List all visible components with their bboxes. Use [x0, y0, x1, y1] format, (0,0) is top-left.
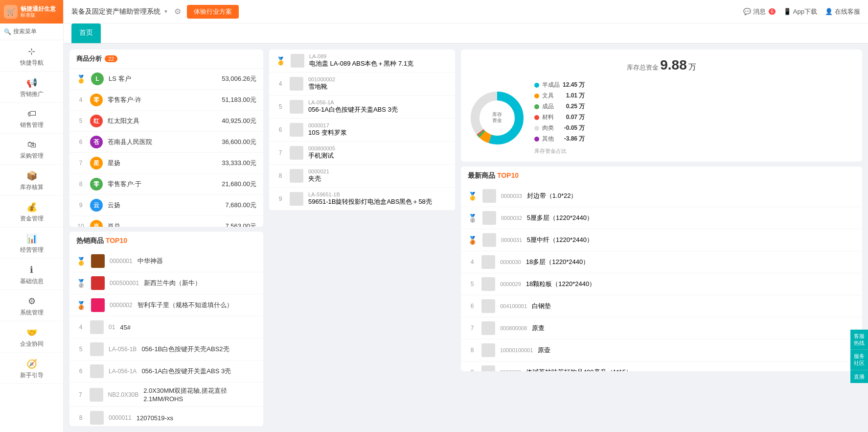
- hot-item[interactable]: 🥇 0000001 中华神器: [69, 250, 263, 272]
- customer-avatar-1: L: [91, 72, 104, 85]
- customer-item[interactable]: 10 肖 肖总 7,563.00元: [69, 216, 263, 227]
- legend-label-stationery: 文具: [542, 92, 563, 100]
- hot-item-m[interactable]: 9 LA-59651-1B 59651-1B旋转投影灯电池盒ABS黑色＋58壳: [269, 188, 455, 210]
- customer-item[interactable]: 9 云 云扬 7,680.00元: [69, 195, 263, 216]
- latest-name-3: 5厘中纤（1220*2440）: [527, 236, 593, 244]
- customer-item[interactable]: 5 红 红太阳文具 40,925.00元: [69, 111, 263, 132]
- customer-item[interactable]: 8 零 零售客户·于 21,680.00元: [69, 174, 263, 195]
- logo-icon: 🛒: [4, 5, 18, 19]
- latest-code-3: 0000031: [501, 237, 522, 243]
- float-btn-service[interactable]: 客服热线: [850, 330, 868, 350]
- hot-item[interactable]: 8 0000011 12070519-xs: [69, 407, 263, 426]
- customer-rank-title: 商品分析: [76, 54, 102, 63]
- sidebar-item-cooperation[interactable]: 🤝 企业协同: [0, 321, 63, 353]
- sidebar-item-basic-info[interactable]: ℹ 基础信息: [0, 259, 63, 290]
- hot-products-card-left: 热销商品 TOP10 🥇 0000001 中华神器 🥈 000500001 新西…: [69, 232, 263, 426]
- latest-item[interactable]: 6 004100001 白钢垫: [461, 295, 862, 317]
- latest-item[interactable]: 9 0000028 体碱荔枝味苏打饮品400毫升（1*15）: [461, 361, 862, 371]
- sidebar-item-inventory[interactable]: 📦 库存核算: [0, 165, 63, 196]
- rank-num-m8: 8: [276, 172, 285, 179]
- latest-code-6: 004100001: [500, 303, 527, 309]
- dropdown-arrow-icon[interactable]: ▼: [163, 9, 168, 14]
- rank-medal-1: 🥇: [76, 74, 86, 84]
- latest-img-9: [481, 365, 495, 371]
- customer-item[interactable]: 4 零 零售客户·许 51,183.00元: [69, 90, 263, 111]
- hot-item[interactable]: 🥈 000500001 新西兰牛肉（新牛）: [69, 272, 263, 294]
- system-name-text: 装备及固定资产辅助管理系统: [71, 7, 160, 16]
- mid-column: 🥇 LA-089 电池盖 LA-089 ABS本色＋黑种 7.1克 4 0010…: [269, 44, 455, 432]
- product-code-1: 0000001: [110, 258, 133, 264]
- customer-name-3: 红太阳文具: [108, 117, 217, 125]
- app-download-button[interactable]: 📱 App下载: [783, 7, 817, 16]
- sidebar-item-sales[interactable]: 🏷 销售管理: [0, 103, 63, 134]
- hot-item-m[interactable]: 5 LA-056-1A 056-1A白色按键开关盖ABS 3壳: [269, 96, 455, 119]
- product-name-2: 新西兰牛肉（新牛）: [144, 279, 201, 288]
- customer-item[interactable]: 🥇 L LS 客户 53,006.26元: [69, 69, 263, 90]
- latest-item[interactable]: 7 000800008 原查: [461, 317, 862, 339]
- legend-label-material: 材料: [542, 113, 563, 121]
- customer-item[interactable]: 7 星 星扬 33,333.00元: [69, 153, 263, 174]
- basic-info-icon: ℹ: [30, 264, 33, 275]
- legend-label-other: 其他: [542, 135, 561, 143]
- inventory-card: 库存总资金 9.88 万: [461, 49, 862, 162]
- tab-home[interactable]: 首页: [71, 24, 101, 43]
- product-code-6: LA-056-1A: [109, 368, 137, 375]
- donut-container: 库存 资金 半成品 12.45 万 文具 1.01 万: [461, 77, 862, 162]
- float-btn-live[interactable]: 直播: [850, 370, 868, 383]
- sidebar-item-marketing[interactable]: 📢 营销推广: [0, 72, 63, 103]
- trial-button[interactable]: 体验行业方案: [187, 5, 239, 19]
- latest-item[interactable]: 5 0000029 18颗粒板（1220*2440）: [461, 273, 862, 295]
- product-code-m7: LA-59651-1B: [308, 192, 448, 197]
- nav-label-marketing: 营销推广: [20, 90, 44, 98]
- legend-val-stationery: 1.01 万: [566, 92, 585, 100]
- sidebar-item-finance[interactable]: 💰 资金管理: [0, 196, 63, 227]
- customer-name-5: 星扬: [108, 159, 217, 168]
- hot-item[interactable]: 4 01 45#: [69, 316, 263, 338]
- hot-item[interactable]: 🥉 0000002 智利车子里（规格不知道填什么）: [69, 294, 263, 316]
- settings-icon[interactable]: ⚙: [174, 7, 181, 16]
- product-img-4: [90, 320, 104, 334]
- hot-item[interactable]: 5 LA-056-1B 056-1B白色按键开关壳ABS2壳: [69, 338, 263, 360]
- customer-item[interactable]: 6 苍 苍南县人民医院 36,600.00元: [69, 132, 263, 153]
- rank-icon-1: 🥇: [76, 257, 86, 266]
- legend-val-meat: -0.05 万: [564, 124, 585, 132]
- hot-item-m[interactable]: 4 001000002 雪地靴: [269, 72, 455, 96]
- latest-img-6: [481, 299, 495, 313]
- sidebar-item-quick-nav[interactable]: ⊹ 快捷导航: [0, 40, 63, 72]
- online-service-button[interactable]: 👤 在线客服: [825, 7, 860, 16]
- latest-img-7: [481, 321, 495, 335]
- rank-num-6: 8: [76, 181, 85, 188]
- legend-item-other: 其他 -3.86 万: [534, 135, 585, 143]
- latest-rank-8: 8: [468, 347, 477, 354]
- sidebar-item-operation[interactable]: 📊 经营管理: [0, 227, 63, 259]
- search-label: 搜索菜单: [13, 27, 37, 36]
- product-code-m4: 0000017: [308, 122, 448, 128]
- latest-item[interactable]: 🥈 0000032 5厘多层（1220*2440）: [461, 207, 862, 229]
- nav-label-cooperation: 企业协同: [20, 340, 44, 348]
- hot-item[interactable]: 6 LA-056-1A 056-1A白色按键开关盖ABS 3壳: [69, 360, 263, 383]
- rank-num-h8: 8: [76, 414, 85, 421]
- sidebar-search[interactable]: 🔍 搜索菜单: [0, 24, 63, 40]
- latest-rank-2: 🥈: [468, 214, 478, 223]
- sidebar-item-system[interactable]: ⚙ 系统管理: [0, 290, 63, 321]
- product-img-m2: [290, 77, 303, 91]
- latest-item[interactable]: 8 10000100001 原壶: [461, 339, 862, 361]
- latest-item[interactable]: 🥇 0000033 封边带（1.0*22）: [461, 185, 862, 207]
- float-btn-community[interactable]: 服务社区: [850, 350, 868, 370]
- hot-item-m[interactable]: 🥇 LA-089 电池盖 LA-089 ABS本色＋黑种 7.1克: [269, 49, 455, 72]
- hot-item-m[interactable]: 8 0000021 夹壳: [269, 165, 455, 188]
- product-code-7: NB2.0X30B: [108, 391, 139, 398]
- sidebar-item-guide[interactable]: 🧭 新手引导: [0, 353, 63, 384]
- rank-num-h6: 6: [76, 368, 85, 375]
- latest-name-6: 白钢垫: [532, 302, 551, 311]
- hot-item-m[interactable]: 7 000800005 手机测试: [269, 142, 455, 165]
- sidebar-item-purchase[interactable]: 🛍 采购管理: [0, 134, 63, 165]
- latest-item[interactable]: 🥉 0000031 5厘中纤（1220*2440）: [461, 229, 862, 251]
- latest-item[interactable]: 4 0000030 18多层（1220*2440）: [461, 251, 862, 273]
- hot-item-m[interactable]: 6 0000017 10S 变料罗浆: [269, 119, 455, 142]
- customer-avatar-5: 星: [90, 157, 103, 169]
- latest-name-9: 体碱荔枝味苏打饮品400毫升（1*15）: [526, 368, 632, 371]
- legend-dot-meat: [534, 126, 539, 131]
- hot-item[interactable]: 7 NB2.0X30B 2.0X30MM双搓花轴,搓花直径2.1MM/ROHS: [69, 383, 263, 407]
- message-button[interactable]: 💬 消息 6: [743, 7, 776, 16]
